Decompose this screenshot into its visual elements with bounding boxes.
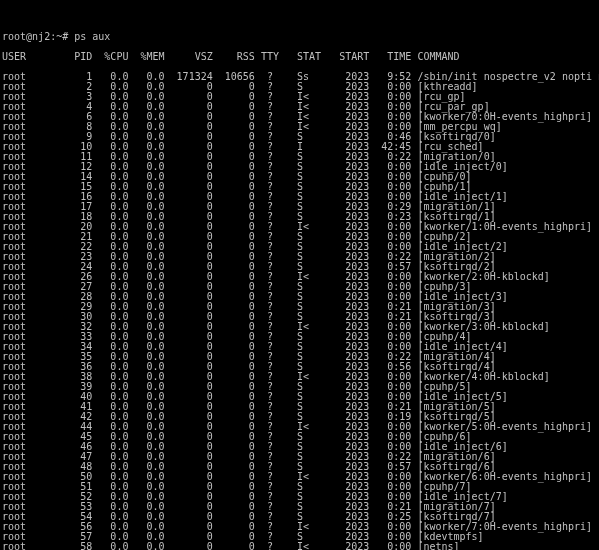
process-row: root 58 0.0 0.0 0 0 ? I< 2023 0:00 [netn… <box>2 542 597 550</box>
header-row: USER PID %CPU %MEM VSZ RSS TTY STAT STAR… <box>2 52 597 62</box>
process-row-text: root 58 0.0 0.0 0 0 ? I< 2023 0:00 [netn… <box>2 541 460 550</box>
terminal-window: root@nj2:~# ps aux USER PID %CPU %MEM VS… <box>0 20 599 550</box>
header-text: USER PID %CPU %MEM VSZ RSS TTY STAT STAR… <box>2 51 460 62</box>
shell-prompt: root@nj2:~# <box>2 31 68 42</box>
typed-command: ps aux <box>74 31 110 42</box>
prompt-line: root@nj2:~# ps aux <box>2 32 597 42</box>
